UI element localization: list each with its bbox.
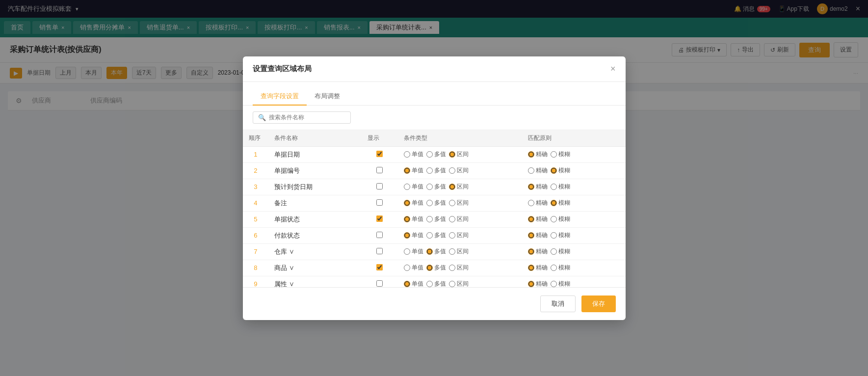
row-type-3: 单值多值区间: [398, 195, 522, 211]
match-option-模糊-2[interactable]: 模糊: [551, 183, 570, 191]
display-checkbox-8[interactable]: [376, 280, 383, 287]
row-type-0: 单值多值区间: [398, 146, 522, 162]
match-option-精确-1[interactable]: 精确: [528, 166, 548, 175]
match-option-模糊-0[interactable]: 模糊: [551, 150, 570, 159]
row-name-3: 备注: [268, 195, 362, 211]
type-option-多值-6[interactable]: 多值: [426, 247, 446, 256]
row-display-6: [362, 243, 398, 260]
type-option-区间-2[interactable]: 区间: [449, 183, 469, 191]
row-match-5: 精确模糊: [522, 227, 626, 243]
type-option-多值-0[interactable]: 多值: [426, 150, 446, 159]
type-option-区间-8[interactable]: 区间: [449, 280, 469, 287]
type-option-单值-0[interactable]: 单值: [404, 150, 423, 159]
row-display-4: [362, 211, 398, 227]
row-order-1: 2: [243, 162, 269, 179]
row-order-3: 4: [243, 195, 269, 211]
type-option-多值-7[interactable]: 多值: [426, 264, 446, 272]
settings-table-scroll: 顺序 条件名称 显示 条件类型 匹配原则 1单据日期单值多值区间精确模糊2单据编…: [243, 130, 626, 287]
dialog-close-button[interactable]: ×: [610, 64, 616, 73]
table-row: 3预计到货日期单值多值区间精确模糊: [243, 179, 626, 195]
display-checkbox-2[interactable]: [376, 183, 383, 189]
row-match-2: 精确模糊: [522, 179, 626, 195]
row-display-7: [362, 260, 398, 276]
display-checkbox-4[interactable]: [376, 215, 383, 222]
type-option-单值-2[interactable]: 单值: [404, 183, 423, 191]
row-display-1: [362, 162, 398, 179]
display-checkbox-0[interactable]: [376, 151, 383, 157]
type-option-多值-2[interactable]: 多值: [426, 183, 446, 191]
row-display-2: [362, 179, 398, 195]
row-name-7: 商品 ∨: [268, 260, 362, 276]
type-option-区间-7[interactable]: 区间: [449, 264, 469, 272]
match-option-模糊-3[interactable]: 模糊: [551, 199, 570, 207]
table-row: 5单据状态单值多值区间精确模糊: [243, 211, 626, 227]
type-option-多值-1[interactable]: 多值: [426, 166, 446, 175]
type-option-单值-8[interactable]: 单值: [404, 280, 423, 287]
type-option-单值-3[interactable]: 单值: [404, 199, 423, 207]
row-display-3: [362, 195, 398, 211]
match-option-精确-8[interactable]: 精确: [528, 280, 548, 287]
match-option-精确-0[interactable]: 精确: [528, 150, 548, 159]
save-button[interactable]: 保存: [581, 295, 616, 312]
match-option-模糊-4[interactable]: 模糊: [551, 215, 570, 223]
search-box: 🔍: [253, 111, 351, 124]
type-option-区间-5[interactable]: 区间: [449, 231, 469, 240]
type-option-区间-6[interactable]: 区间: [449, 247, 469, 256]
row-match-6: 精确模糊: [522, 243, 626, 260]
row-type-5: 单值多值区间: [398, 227, 522, 243]
settings-table-header-row: 顺序 条件名称 显示 条件类型 匹配原则: [243, 130, 626, 147]
tab-query-field-settings[interactable]: 查询字段设置: [253, 88, 307, 106]
table-row: 8商品 ∨单值多值区间精确模糊: [243, 260, 626, 276]
match-option-模糊-7[interactable]: 模糊: [551, 264, 570, 272]
type-option-单值-4[interactable]: 单值: [404, 215, 423, 223]
row-match-8: 精确模糊: [522, 276, 626, 287]
match-option-模糊-8[interactable]: 模糊: [551, 280, 570, 287]
settings-table-head: 顺序 条件名称 显示 条件类型 匹配原则: [243, 130, 626, 147]
match-option-精确-5[interactable]: 精确: [528, 231, 548, 240]
tab-layout-adjust[interactable]: 布局调整: [307, 88, 348, 106]
row-type-7: 单值多值区间: [398, 260, 522, 276]
type-option-多值-8[interactable]: 多值: [426, 280, 446, 287]
row-order-5: 6: [243, 227, 269, 243]
match-option-精确-2[interactable]: 精确: [528, 183, 548, 191]
match-option-精确-4[interactable]: 精确: [528, 215, 548, 223]
type-option-多值-5[interactable]: 多值: [426, 231, 446, 240]
type-option-区间-1[interactable]: 区间: [449, 166, 469, 175]
row-match-0: 精确模糊: [522, 146, 626, 162]
type-option-单值-6[interactable]: 单值: [404, 247, 423, 256]
type-option-区间-0[interactable]: 区间: [449, 150, 469, 159]
row-match-1: 精确模糊: [522, 162, 626, 179]
display-checkbox-3[interactable]: [376, 199, 383, 206]
search-icon: 🔍: [258, 114, 266, 121]
dialog-search-area: 🔍: [243, 106, 626, 130]
settings-dialog: 设置查询区域布局 × 查询字段设置 布局调整 🔍 顺序 条件名称 显示: [243, 56, 626, 320]
match-option-精确-6[interactable]: 精确: [528, 247, 548, 256]
display-checkbox-7[interactable]: [376, 264, 383, 270]
type-option-区间-3[interactable]: 区间: [449, 199, 469, 207]
row-name-5: 付款状态: [268, 227, 362, 243]
row-type-8: 单值多值区间: [398, 276, 522, 287]
type-option-区间-4[interactable]: 区间: [449, 215, 469, 223]
row-display-5: [362, 227, 398, 243]
display-checkbox-6[interactable]: [376, 248, 383, 254]
match-option-精确-3[interactable]: 精确: [528, 199, 548, 207]
table-row: 4备注单值多值区间精确模糊: [243, 195, 626, 211]
search-input[interactable]: [269, 114, 342, 121]
match-option-模糊-1[interactable]: 模糊: [551, 166, 570, 175]
display-checkbox-5[interactable]: [376, 232, 383, 238]
type-option-单值-5[interactable]: 单值: [404, 231, 423, 240]
match-option-精确-7[interactable]: 精确: [528, 264, 548, 272]
row-order-2: 3: [243, 179, 269, 195]
type-option-单值-1[interactable]: 单值: [404, 166, 423, 175]
table-row: 6付款状态单值多值区间精确模糊: [243, 227, 626, 243]
match-option-模糊-6[interactable]: 模糊: [551, 247, 570, 256]
type-option-单值-7[interactable]: 单值: [404, 264, 423, 272]
type-option-多值-3[interactable]: 多值: [426, 199, 446, 207]
settings-table-body: 1单据日期单值多值区间精确模糊2单据编号单值多值区间精确模糊3预计到货日期单值多…: [243, 146, 626, 287]
display-checkbox-1[interactable]: [376, 167, 383, 173]
type-option-多值-4[interactable]: 多值: [426, 215, 446, 223]
row-name-2: 预计到货日期: [268, 179, 362, 195]
cancel-button[interactable]: 取消: [540, 295, 576, 312]
match-option-模糊-5[interactable]: 模糊: [551, 231, 570, 240]
row-type-1: 单值多值区间: [398, 162, 522, 179]
